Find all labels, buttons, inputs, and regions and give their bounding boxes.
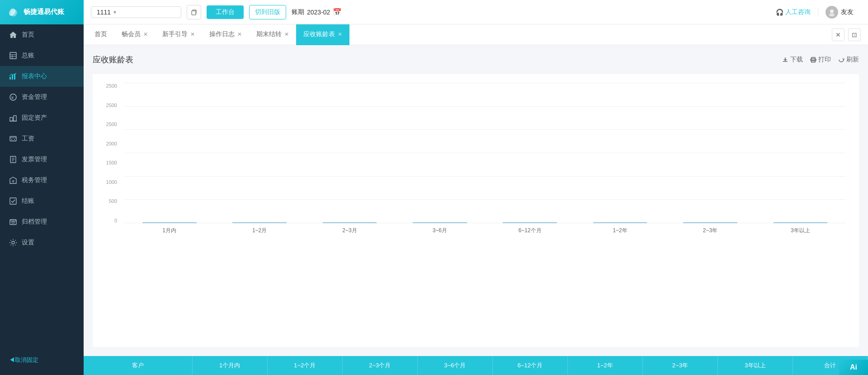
sidebar-item-funds[interactable]: ¥ 资金管理 [0,87,84,108]
tab-period-end-close[interactable]: ✕ [284,31,289,38]
tab-guide-close[interactable]: ✕ [190,31,195,38]
consult-button[interactable]: 🎧 人工咨询 [776,8,811,16]
sidebar-label-checkout: 结账 [22,197,34,205]
th-1-2month: 1~2个月 [268,356,343,375]
sidebar-label-reports: 报表中心 [22,72,47,80]
divider [818,8,818,17]
collapse-label: ◀取消固定 [9,356,38,364]
sidebar-item-tax[interactable]: 税务管理 [0,170,84,191]
tab-guide-label: 新手引导 [162,30,188,38]
print-button[interactable]: 打印 [810,56,831,64]
y-label-0: 0 [102,218,120,223]
download-icon [782,56,788,63]
y-label-500: 500 [102,198,120,204]
tab-oplog-label: 操作日志 [209,30,235,38]
svg-point-1 [830,9,834,13]
sidebar-label-invoice: 发票管理 [22,155,47,164]
print-icon [810,56,816,63]
y-label-1500: 1500 [102,160,120,165]
page-actions: 下载 打印 [782,56,859,64]
company-selector[interactable]: 1111 ▾ [91,6,181,18]
copy-button[interactable] [187,5,201,19]
calendar-icon[interactable]: 📅 [333,8,342,16]
close-tab-button[interactable]: ✕ [832,28,844,41]
header: 畅捷通易代账 1111 ▾ 工作台 切到旧版 账期 2023-02 📅 🎧 人工… [0,0,868,24]
th-customer: 客户 [84,356,193,375]
workbench-button[interactable]: 工作台 [207,5,244,19]
svg-rect-7 [9,77,11,80]
sidebar-label-funds: 资金管理 [22,93,47,101]
tab-aging-label: 应收账龄表 [303,30,335,38]
tab-period-end[interactable]: 期末结转 ✕ [249,24,296,45]
tab-member-label: 畅会员 [122,30,141,38]
chart-container: 0 500 1000 1500 2000 2500 2500 2500 [93,74,859,347]
settings-icon [9,239,17,247]
maximize-tab-button[interactable]: ⊡ [848,28,861,41]
x-label-8: 3年以上 [755,223,845,241]
tab-oplog[interactable]: 操作日志 ✕ [202,24,249,45]
th-1month: 1个月内 [193,356,268,375]
sidebar-item-salary[interactable]: 工资 [0,128,84,149]
y-label-2500b: 2500 [102,103,120,108]
assets-icon [9,114,17,122]
table-header: 客户 1个月内 1~2个月 2~3个月 3~6个月 6~12个月 1~2年 2~… [84,356,868,375]
checkout-icon [9,197,17,205]
sidebar-item-archive[interactable]: 归档管理 [0,211,84,232]
tab-aging-close[interactable]: ✕ [338,31,342,38]
ai-assistant-badge[interactable]: Ai [839,360,868,375]
ledger-icon [9,52,17,60]
svg-rect-15 [10,136,16,141]
salary-icon [9,135,17,143]
th-2-3year: 2~3年 [643,356,718,375]
chevron-down-icon: ▾ [113,9,116,15]
sidebar-item-home[interactable]: 首页 [0,24,84,45]
sidebar-item-reports[interactable]: 报表中心 [0,66,84,87]
sidebar-item-checkout[interactable]: 结账 [0,191,84,211]
tab-home[interactable]: 首页 [87,24,114,45]
sidebar-label-archive: 归档管理 [22,218,47,226]
svg-point-17 [11,139,12,140]
sidebar-item-settings[interactable]: 设置 [0,232,84,253]
x-label-4: 3~6月 [395,223,485,241]
page-content: 应收账龄表 下载 [84,45,868,356]
sidebar-footer: ◀取消固定 [0,345,84,375]
chart-plot [124,83,845,223]
svg-rect-0 [192,11,196,15]
sidebar-label-tax: 税务管理 [22,176,47,184]
reports-icon [9,72,17,80]
x-label-7: 2~3年 [665,223,755,241]
sidebar-item-ledger[interactable]: 总账 [0,45,84,66]
main-layout: 首页 总账 报表中心 ¥ 资金管理 [0,24,868,375]
tab-member[interactable]: 畅会员 ✕ [114,24,155,45]
x-label-6: 1~2年 [575,223,665,241]
page-header: 应收账龄表 下载 [93,54,859,65]
consult-label: 人工咨询 [785,8,811,16]
tax-icon [9,176,17,184]
archive-icon [9,218,17,226]
refresh-button[interactable]: 刷新 [838,56,859,64]
tab-member-close[interactable]: ✕ [143,31,148,38]
chart-wrapper: 0 500 1000 1500 2000 2500 2500 2500 [102,83,850,241]
home-icon [9,31,17,39]
svg-rect-28 [12,222,14,223]
y-label-2000: 2000 [102,141,120,146]
download-button[interactable]: 下载 [782,56,803,64]
sidebar-label-assets: 固定资产 [22,114,47,122]
switch-version-button[interactable]: 切到旧版 [249,5,286,19]
headset-icon: 🎧 [776,9,783,16]
sidebar-item-assets[interactable]: 固定资产 [0,108,84,128]
x-label-2: 1~2月 [214,223,304,241]
collapse-sidebar-button[interactable]: ◀取消固定 [0,351,84,370]
user-area[interactable]: 友友 [826,6,854,19]
period-area: 账期 2023-02 📅 [292,8,342,16]
y-label-2500a: 2500 [102,122,120,127]
y-label-1000: 1000 [102,179,120,185]
header-main: 1111 ▾ 工作台 切到旧版 账期 2023-02 📅 [84,5,776,19]
tab-guide[interactable]: 新手引导 ✕ [155,24,202,45]
avatar [826,6,838,19]
tab-aging[interactable]: 应收账龄表 ✕ [296,24,349,45]
sidebar-label-settings: 设置 [22,239,34,247]
tab-oplog-close[interactable]: ✕ [237,31,242,38]
refresh-icon [838,56,844,63]
sidebar-item-invoice[interactable]: 发票管理 [0,149,84,170]
